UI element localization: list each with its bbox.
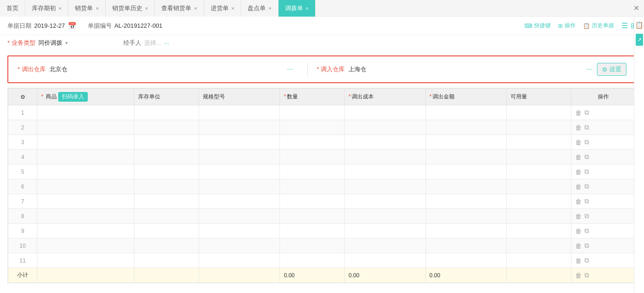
settings-button[interactable]: ⚙ 设置 [597, 63, 626, 76]
tab-home[interactable]: 首页 [0, 0, 25, 17]
cell-product[interactable] [37, 105, 134, 120]
copy-icon[interactable]: ⧉ [584, 271, 589, 279]
cell-qty[interactable] [280, 165, 345, 179]
copy-icon[interactable]: ⧉ [584, 256, 589, 264]
cell-amount[interactable] [425, 120, 506, 135]
cell-qty[interactable] [280, 120, 345, 135]
cell-spec[interactable] [199, 135, 280, 150]
cell-cost[interactable] [345, 194, 425, 209]
cell-unit[interactable] [134, 105, 199, 120]
sidebar-export-icon[interactable]: ↗ [636, 34, 643, 46]
cell-spec[interactable] [199, 209, 280, 224]
cell-qty[interactable] [280, 253, 345, 268]
cell-unit[interactable] [134, 135, 199, 150]
cell-product[interactable] [37, 194, 134, 209]
col-gear[interactable]: ⚙ [8, 89, 37, 105]
cell-amount[interactable] [425, 194, 506, 209]
sidebar-note-icon[interactable]: 📋 [636, 21, 643, 29]
cell-amount[interactable] [425, 179, 506, 194]
view-toggle-list[interactable]: ☰ [621, 21, 628, 30]
cell-cost[interactable] [345, 253, 425, 268]
delete-icon[interactable]: 🗑 [575, 139, 582, 146]
cell-qty[interactable] [280, 150, 345, 165]
tab-sales[interactable]: 销货单 × [68, 0, 105, 17]
cell-amount[interactable] [425, 105, 506, 120]
copy-icon[interactable]: ⧉ [584, 227, 589, 235]
tab-sales-close[interactable]: × [96, 6, 98, 11]
cell-product[interactable] [37, 253, 134, 268]
tab-inventory-init[interactable]: 库存期初 × [25, 0, 68, 17]
tab-view-sales[interactable]: 查看销货单 × [155, 0, 204, 17]
copy-icon[interactable]: ⧉ [584, 138, 589, 146]
tab-transfer[interactable]: 调拨单 × [279, 0, 316, 17]
cell-amount[interactable] [425, 150, 506, 165]
cell-available[interactable] [506, 120, 571, 135]
shortcut-action[interactable]: ⌨ 快捷键 [524, 22, 551, 30]
person-more-icon[interactable]: ··· [164, 39, 170, 47]
cell-product[interactable] [37, 120, 134, 135]
delete-icon[interactable]: 🗑 [575, 198, 582, 205]
cell-unit[interactable] [134, 194, 199, 209]
delete-icon[interactable]: 🗑 [575, 153, 582, 161]
delete-icon[interactable]: 🗑 [575, 183, 582, 190]
cell-unit[interactable] [134, 165, 199, 179]
calendar-icon[interactable]: 📅 [68, 22, 77, 30]
cell-available[interactable] [506, 253, 571, 268]
cell-unit[interactable] [134, 179, 199, 194]
delete-icon[interactable]: 🗑 [575, 227, 582, 235]
cell-unit[interactable] [134, 253, 199, 268]
cell-product[interactable] [37, 165, 134, 179]
cell-spec[interactable] [199, 253, 280, 268]
cell-cost[interactable] [345, 120, 425, 135]
cell-available[interactable] [506, 238, 571, 253]
cell-product[interactable] [37, 224, 134, 238]
cell-spec[interactable] [199, 105, 280, 120]
cell-available[interactable] [506, 224, 571, 238]
cell-amount[interactable] [425, 165, 506, 179]
cell-qty[interactable] [280, 224, 345, 238]
cell-unit[interactable] [134, 150, 199, 165]
cell-qty[interactable] [280, 179, 345, 194]
cell-product[interactable] [37, 179, 134, 194]
delete-icon[interactable]: 🗑 [575, 213, 582, 220]
tab-sales-history[interactable]: 销货单历史 × [106, 0, 155, 17]
cell-product[interactable] [37, 135, 134, 150]
cell-product[interactable] [37, 150, 134, 165]
person-placeholder[interactable]: 选择... [144, 39, 161, 47]
cell-product[interactable] [37, 209, 134, 224]
copy-icon[interactable]: ⧉ [584, 153, 589, 161]
cell-qty[interactable] [280, 209, 345, 224]
copy-icon[interactable]: ⧉ [584, 197, 589, 205]
history-action[interactable]: 📋 历史单据 [583, 22, 614, 30]
cell-spec[interactable] [199, 165, 280, 179]
cell-cost[interactable] [345, 165, 425, 179]
cell-cost[interactable] [345, 179, 425, 194]
copy-icon[interactable]: ⧉ [584, 183, 589, 190]
business-type-select[interactable]: 同价调拨 ▾ [38, 39, 112, 47]
cell-spec[interactable] [199, 194, 280, 209]
cell-amount[interactable] [425, 238, 506, 253]
tab-inventory-check-close[interactable]: × [268, 6, 271, 11]
copy-icon[interactable]: ⧉ [584, 109, 589, 116]
cell-available[interactable] [506, 105, 571, 120]
cell-cost[interactable] [345, 150, 425, 165]
delete-icon[interactable]: 🗑 [575, 109, 582, 116]
cell-spec[interactable] [199, 179, 280, 194]
cell-spec[interactable] [199, 150, 280, 165]
tab-inventory-check[interactable]: 盘点单 × [241, 0, 278, 17]
tab-sales-history-close[interactable]: × [145, 6, 148, 11]
delete-icon[interactable]: 🗑 [575, 168, 582, 176]
copy-icon[interactable]: ⧉ [584, 123, 589, 131]
tabs-close-all-button[interactable]: ✕ [629, 4, 644, 12]
cell-cost[interactable] [345, 209, 425, 224]
cell-qty[interactable] [280, 135, 345, 150]
cell-available[interactable] [506, 165, 571, 179]
cell-available[interactable] [506, 194, 571, 209]
delete-icon[interactable]: 🗑 [575, 272, 582, 279]
cell-amount[interactable] [425, 224, 506, 238]
warehouse-in-more-icon[interactable]: ··· [586, 65, 592, 73]
cell-available[interactable] [506, 179, 571, 194]
cell-available[interactable] [506, 150, 571, 165]
copy-icon[interactable]: ⧉ [584, 168, 589, 176]
delete-icon[interactable]: 🗑 [575, 242, 582, 250]
